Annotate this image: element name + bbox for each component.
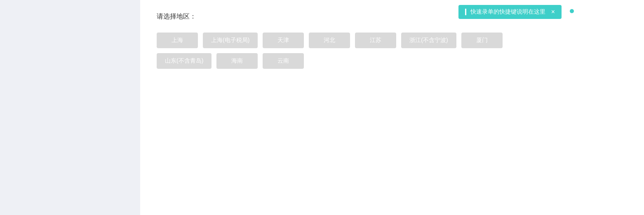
region-button-yunnan[interactable]: 云南 <box>263 53 304 69</box>
region-row-2: 山东(不含青岛)海南云南 <box>157 53 628 69</box>
region-button-shanghai-etax[interactable]: 上海(电子税局) <box>203 33 258 48</box>
connector-dot <box>570 9 574 13</box>
region-button-shanghai[interactable]: 上海 <box>157 33 198 48</box>
region-button-tianjin[interactable]: 天津 <box>263 33 304 48</box>
main-content: 请选择地区： 上海上海(电子税局)天津河北江苏浙江(不含宁波)厦门 山东(不含青… <box>140 0 644 215</box>
tooltip-banner: 快速录单的快捷键说明在这里 × <box>458 5 562 19</box>
region-row-1: 上海上海(电子税局)天津河北江苏浙江(不含宁波)厦门 <box>157 33 628 48</box>
region-button-hebei[interactable]: 河北 <box>309 33 350 48</box>
region-button-hainan[interactable]: 海南 <box>216 53 258 69</box>
tooltip-left-bar <box>465 9 466 15</box>
tooltip-text: 快速录单的快捷键说明在这里 <box>470 8 545 16</box>
region-button-zhejiang[interactable]: 浙江(不含宁波) <box>401 33 456 48</box>
region-button-shandong[interactable]: 山东(不含青岛) <box>157 53 212 69</box>
region-button-jiangsu[interactable]: 江苏 <box>355 33 396 48</box>
tooltip-close-button[interactable]: × <box>551 9 555 15</box>
sidebar <box>0 0 140 215</box>
region-button-xiamen[interactable]: 厦门 <box>461 33 503 48</box>
